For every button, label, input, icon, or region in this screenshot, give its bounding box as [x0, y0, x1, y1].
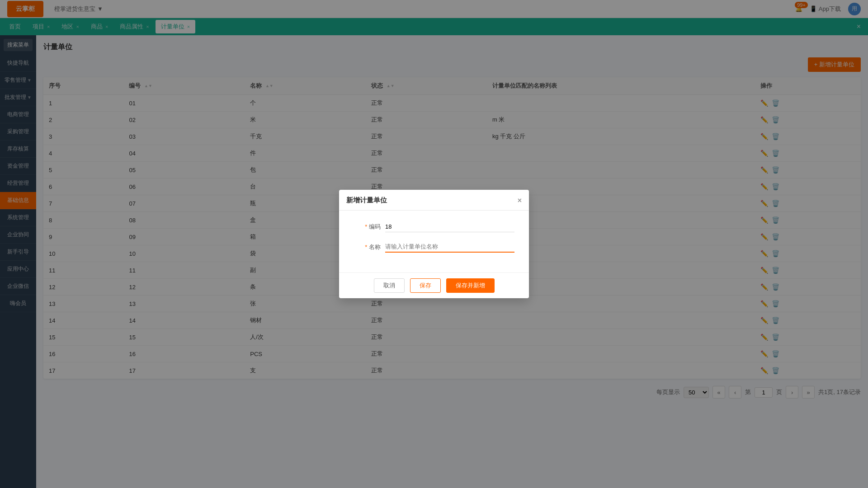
modal-title: 新增计量单位: [346, 196, 387, 205]
add-unit-modal: 新增计量单位 × 编码 名称 取消 保存 保存并新增: [339, 190, 529, 298]
form-row-code: 编码: [354, 221, 514, 232]
modal-footer: 取消 保存 保存并新增: [339, 272, 529, 298]
modal-overlay[interactable]: 新增计量单位 × 编码 名称 取消 保存 保存并新增: [0, 0, 868, 488]
modal-header: 新增计量单位 ×: [339, 190, 529, 211]
code-input[interactable]: [385, 221, 514, 232]
modal-body: 编码 名称: [339, 211, 529, 272]
form-row-name: 名称: [354, 241, 514, 253]
save-button[interactable]: 保存: [410, 278, 441, 293]
name-label: 名称: [354, 243, 381, 251]
code-label: 编码: [354, 223, 381, 231]
name-input[interactable]: [385, 241, 514, 253]
save-and-new-button[interactable]: 保存并新增: [446, 278, 495, 293]
cancel-button[interactable]: 取消: [374, 278, 405, 293]
modal-close-button[interactable]: ×: [518, 197, 522, 205]
